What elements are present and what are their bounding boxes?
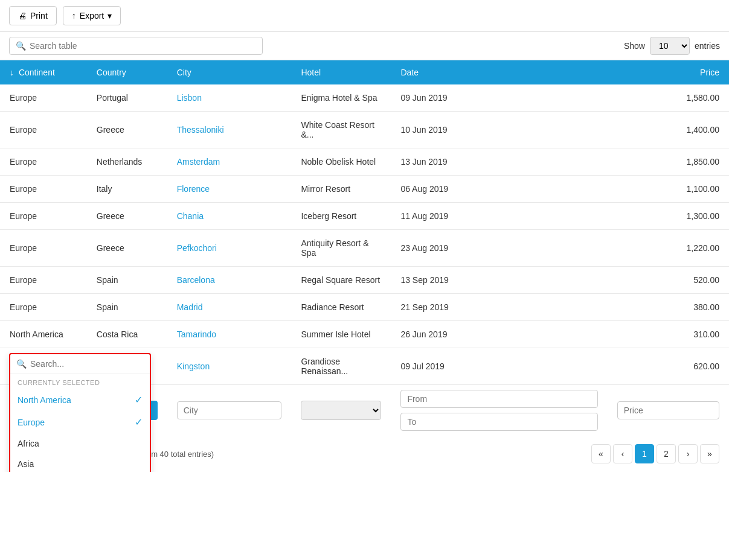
search-input[interactable] bbox=[30, 41, 256, 51]
cell-date: 21 Sep 2019 bbox=[391, 294, 607, 321]
pagination-prev[interactable]: ‹ bbox=[613, 444, 632, 463]
continent-dropdown: 🔍 CURRENTLY SELECTED North America✓Europ… bbox=[9, 353, 151, 472]
entries-label: entries bbox=[695, 41, 720, 51]
cell-hotel: White Coast Resort &... bbox=[291, 112, 391, 148]
pagination-page-2[interactable]: 2 bbox=[657, 444, 676, 463]
cell-date: 23 Aug 2019 bbox=[391, 230, 607, 267]
print-label: Print bbox=[30, 11, 48, 21]
cell-continent: Europe bbox=[0, 112, 87, 148]
dropdown-search-wrap: 🔍 bbox=[10, 354, 150, 374]
dropdown-search-icon: 🔍 bbox=[16, 359, 27, 369]
entries-per-page-select[interactable]: 10 25 50 100 bbox=[650, 37, 690, 55]
filter-city-cell bbox=[167, 385, 292, 436]
cell-hotel: Regal Square Resort bbox=[291, 267, 391, 294]
filter-price-cell bbox=[608, 385, 729, 436]
cell-continent: North America bbox=[0, 321, 87, 348]
cell-continent: Europe bbox=[0, 84, 87, 112]
pagination-first[interactable]: « bbox=[591, 444, 611, 463]
date-from-input[interactable] bbox=[400, 390, 597, 408]
cell-city: Pefkochori bbox=[167, 230, 292, 267]
cell-price: 1,850.00 bbox=[608, 148, 729, 176]
table-row: Europe Portugal Lisbon Enigma Hotel & Sp… bbox=[0, 84, 729, 112]
cell-city: Chania bbox=[167, 203, 292, 230]
cell-date: 13 Jun 2019 bbox=[391, 148, 607, 176]
cell-date: 09 Jul 2019 bbox=[391, 348, 607, 385]
header-continent[interactable]: ↓ Continent bbox=[0, 60, 87, 84]
header-city[interactable]: City bbox=[167, 60, 292, 84]
cell-country: Greece bbox=[87, 230, 167, 267]
cell-continent: Europe bbox=[0, 294, 87, 321]
export-dropdown-icon: ▾ bbox=[108, 11, 112, 21]
dropdown-item-label: Africa bbox=[18, 439, 39, 448]
pagination-next[interactable]: › bbox=[678, 444, 698, 463]
dropdown-search-input[interactable] bbox=[30, 359, 144, 369]
table-header-row: ↓ Continent Country City Hotel Date Pric… bbox=[0, 60, 729, 84]
cell-price: 1,300.00 bbox=[608, 203, 729, 230]
cell-hotel: Iceberg Resort bbox=[291, 203, 391, 230]
table-row: Europe Netherlands Amsterdam Noble Obeli… bbox=[0, 148, 729, 176]
cell-date: 06 Aug 2019 bbox=[391, 176, 607, 203]
pagination: « ‹ 1 2 › » bbox=[591, 444, 719, 463]
cell-country: Italy bbox=[87, 176, 167, 203]
dropdown-item[interactable]: Asia bbox=[10, 454, 150, 472]
cell-city: Barcelona bbox=[167, 267, 292, 294]
city-filter-input[interactable] bbox=[177, 401, 282, 419]
cell-date: 10 Jun 2019 bbox=[391, 112, 607, 148]
table-row: Europe Greece Thessaloniki White Coast R… bbox=[0, 112, 729, 148]
checkmark-icon: ✓ bbox=[135, 394, 143, 406]
cell-city: Thessaloniki bbox=[167, 112, 292, 148]
header-hotel[interactable]: Hotel bbox=[291, 60, 391, 84]
price-filter-input[interactable] bbox=[617, 401, 719, 419]
date-to-input[interactable] bbox=[400, 413, 597, 431]
cell-hotel: Summer Isle Hotel bbox=[291, 321, 391, 348]
cell-city: Tamarindo bbox=[167, 321, 292, 348]
table-row: Europe Greece Chania Iceberg Resort 11 A… bbox=[0, 203, 729, 230]
cell-date: 13 Sep 2019 bbox=[391, 267, 607, 294]
table-row: Europe Spain Madrid Radiance Resort 21 S… bbox=[0, 294, 729, 321]
export-button[interactable]: ↑ Export ▾ bbox=[63, 6, 121, 25]
toolbar: 🖨 Print ↑ Export ▾ bbox=[0, 0, 729, 32]
table-wrap: ↓ Continent Country City Hotel Date Pric… bbox=[0, 60, 729, 436]
export-label: Export bbox=[80, 11, 104, 21]
dropdown-item-label: North America bbox=[18, 395, 71, 405]
cell-country: Spain bbox=[87, 294, 167, 321]
header-date[interactable]: Date bbox=[391, 60, 607, 84]
cell-city: Kingston bbox=[167, 348, 292, 385]
hotel-filter-select[interactable] bbox=[301, 401, 381, 420]
cell-hotel: Radiance Resort bbox=[291, 294, 391, 321]
table-row: Europe Greece Pefkochori Antiquity Resor… bbox=[0, 230, 729, 267]
cell-country: Costa Rica bbox=[87, 321, 167, 348]
table-row: Europe Italy Florence Mirror Resort 06 A… bbox=[0, 176, 729, 203]
dropdown-item[interactable]: Europe✓ bbox=[10, 411, 150, 433]
cell-price: 1,400.00 bbox=[608, 112, 729, 148]
sort-icon: ↓ bbox=[10, 68, 14, 77]
search-bar: 🔍 Show 10 25 50 100 entries bbox=[0, 32, 729, 60]
show-wrap: Show 10 25 50 100 entries bbox=[624, 37, 720, 55]
export-icon: ↑ bbox=[72, 11, 76, 21]
cell-price: 310.00 bbox=[608, 321, 729, 348]
pagination-page-1[interactable]: 1 bbox=[635, 444, 654, 463]
cell-city: Florence bbox=[167, 176, 292, 203]
cell-continent: Europe bbox=[0, 148, 87, 176]
dropdown-item-label: Asia bbox=[18, 459, 34, 469]
header-price[interactable]: Price bbox=[608, 60, 729, 84]
cell-date: 26 Jun 2019 bbox=[391, 321, 607, 348]
cell-continent: Europe bbox=[0, 203, 87, 230]
cell-price: 380.00 bbox=[608, 294, 729, 321]
table-row: North America Costa Rica Tamarindo Summe… bbox=[0, 321, 729, 348]
cell-price: 1,580.00 bbox=[608, 84, 729, 112]
print-button[interactable]: 🖨 Print bbox=[9, 6, 57, 25]
cell-price: 1,220.00 bbox=[608, 230, 729, 267]
header-country[interactable]: Country bbox=[87, 60, 167, 84]
cell-hotel: Antiquity Resort & Spa bbox=[291, 230, 391, 267]
show-label: Show bbox=[624, 41, 645, 51]
cell-price: 620.00 bbox=[608, 348, 729, 385]
cell-city: Lisbon bbox=[167, 84, 292, 112]
table-body: Europe Portugal Lisbon Enigma Hotel & Sp… bbox=[0, 84, 729, 385]
dropdown-item[interactable]: North America✓ bbox=[10, 389, 150, 411]
search-input-wrap[interactable]: 🔍 bbox=[9, 37, 263, 55]
cell-hotel: Enigma Hotel & Spa bbox=[291, 84, 391, 112]
dropdown-item[interactable]: Africa bbox=[10, 433, 150, 454]
pagination-last[interactable]: » bbox=[700, 444, 719, 463]
cell-country: Netherlands bbox=[87, 148, 167, 176]
